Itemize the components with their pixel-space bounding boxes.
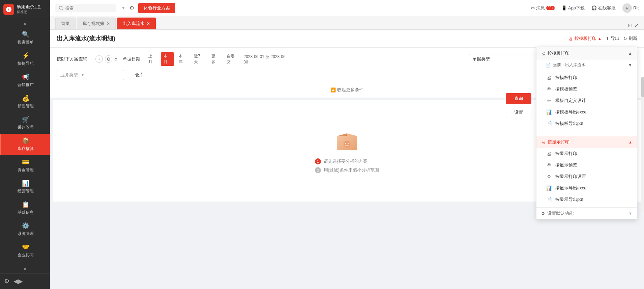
search-bar[interactable] bbox=[55, 4, 116, 12]
page-header: 出入库流水(流水明细) 🖨 按模板打印 ▲ ⬆ 导出 ↻ 刷新 bbox=[50, 30, 644, 48]
dropdown-section-2: 🖨 按显示打印 ▲ 🖨 按显示打印 👁 按显示预览 ⚙ 按显示打印设置 bbox=[536, 134, 637, 207]
search-icon bbox=[59, 6, 63, 10]
dropdown-item-display-pdf[interactable]: 📄 按显示导出pdf bbox=[536, 194, 637, 205]
inventory-icon: 📦 bbox=[22, 137, 29, 144]
settings-gear-icon[interactable]: ⚙ bbox=[129, 5, 134, 11]
scroll-down-indicator[interactable]: ▼ bbox=[0, 265, 50, 273]
dropdown-footer[interactable]: ⚙ 设置默认功能 ▼ bbox=[536, 207, 637, 219]
refresh-button[interactable]: ↻ 刷新 bbox=[623, 35, 637, 42]
scroll-up-arrow[interactable]: ▲ bbox=[23, 21, 27, 26]
dropdown-item-display-excel[interactable]: 📊 按显示导出excel bbox=[536, 182, 637, 194]
main-content: ▼ ⚙ 体验行业方案 ✉ 消息 99+ 📱 App下载 🎧 在线客服 R bbox=[50, 0, 644, 289]
display-pdf-icon: 📄 bbox=[546, 196, 552, 203]
tab-actions: ⊡ ⤢ bbox=[628, 23, 639, 29]
message-button[interactable]: ✉ 消息 99+ bbox=[531, 5, 555, 11]
dropdown-header: 🖨 按模板打印 ▲ bbox=[536, 47, 637, 60]
export-button[interactable]: ⬆ 导出 bbox=[606, 35, 619, 42]
sidebar-item-label: 系统管理 bbox=[18, 231, 34, 237]
dropdown-item-template-design[interactable]: ✏ 模板自定义设计 bbox=[536, 95, 637, 106]
dropdown-item-display-preview[interactable]: 👁 按显示预览 bbox=[536, 159, 637, 171]
collapse-more-button[interactable]: 🔼 收起更多条件 bbox=[330, 87, 363, 93]
maximize-icon[interactable]: ⤢ bbox=[635, 23, 639, 28]
sidebar-item-system[interactable]: ⚙️ 系统管理 bbox=[0, 219, 50, 240]
system-icon: ⚙️ bbox=[22, 222, 29, 230]
dropdown-item-display-print[interactable]: 🖨 按显示打印 bbox=[536, 148, 637, 159]
date-tab-last-month[interactable]: 上月 bbox=[146, 52, 159, 66]
sidebar-bottom: ⚙ ◀▶ bbox=[0, 273, 50, 289]
filter-collapse-icon[interactable]: « bbox=[114, 56, 117, 62]
search-input[interactable] bbox=[65, 6, 106, 10]
tab-home[interactable]: 首页 bbox=[55, 18, 76, 29]
display-settings-label: 按显示打印设置 bbox=[555, 174, 586, 180]
template-excel-item-label: 按模板导出excel bbox=[555, 109, 587, 115]
vertical-scrollbar[interactable] bbox=[641, 77, 644, 212]
dropdown-arrow-icon[interactable]: ▼ bbox=[121, 6, 125, 10]
dropdown-item-template-preview[interactable]: 👁 按模板预览 bbox=[536, 83, 637, 95]
display-excel-label: 按显示导出excel bbox=[555, 185, 587, 191]
topbar-icons: ▼ ⚙ bbox=[121, 5, 134, 11]
query-button[interactable]: 查询 bbox=[506, 93, 531, 104]
dropdown-item-template-print[interactable]: 🖨 按模板打印 bbox=[536, 72, 637, 83]
dropdown-footer-arrow: ▼ bbox=[628, 211, 632, 215]
filter-add-button[interactable]: ＋ bbox=[95, 55, 103, 63]
tab-flow-close[interactable]: ✕ bbox=[147, 21, 150, 26]
date-tab-7days[interactable]: 近7天 bbox=[191, 52, 207, 66]
collapse-sidebar-icon[interactable]: ◀▶ bbox=[13, 278, 23, 285]
sidebar-item-quick[interactable]: ⚡ 快捷导航 bbox=[0, 49, 50, 70]
empty-step-2: 2 用[过滤]条件来缩小分析范围 bbox=[315, 167, 379, 173]
empty-icon bbox=[330, 126, 364, 153]
scroll-up-indicator[interactable]: ▲ bbox=[0, 19, 50, 27]
dropdown-section-1: 🖨 按模板打印 👁 按模板预览 ✏ 模板自定义设计 📊 按模板导出excel 📄 bbox=[536, 70, 637, 131]
dropdown-current-arrow: ▼ bbox=[628, 63, 632, 68]
date-tab-more[interactable]: 更多 bbox=[209, 52, 222, 66]
dropdown-collapse-icon[interactable]: ▲ bbox=[628, 51, 632, 56]
app-download-button[interactable]: 📱 App下载 bbox=[561, 5, 585, 11]
message-label: 消息 bbox=[536, 5, 545, 11]
tab-batch-close[interactable]: ✕ bbox=[107, 21, 110, 26]
date-tab-this-month[interactable]: 本月 bbox=[161, 52, 174, 66]
set-button[interactable]: 设置 bbox=[506, 107, 531, 118]
industry-solution-button[interactable]: 体验行业方案 bbox=[138, 3, 175, 13]
filter-gear-button[interactable]: ⚙ bbox=[105, 55, 112, 63]
sidebar-item-purchase[interactable]: 🛒 采购管理 bbox=[0, 112, 50, 134]
dropdown-item-template-excel[interactable]: 📊 按模板导出excel bbox=[536, 106, 637, 118]
date-tab-custom[interactable]: 自定义 bbox=[224, 52, 241, 66]
business-type-select[interactable]: 业务类型 ▼ bbox=[57, 70, 124, 80]
sidebar-item-finance[interactable]: 💳 资金管理 bbox=[0, 155, 50, 176]
message-badge: 99+ bbox=[546, 6, 555, 10]
date-label: 单据日期 bbox=[123, 56, 143, 62]
sidebar-item-sales[interactable]: 💰 销售管理 bbox=[0, 91, 50, 112]
tab-flow[interactable]: 出入库流水 ✕ bbox=[117, 18, 156, 29]
scrollbar-thumb[interactable] bbox=[641, 77, 644, 97]
svg-point-0 bbox=[59, 6, 62, 9]
dropdown-title: 按模板打印 bbox=[548, 50, 569, 56]
marketing-icon: 📢 bbox=[22, 73, 29, 81]
date-tabs: 上月 本月 本年 近7天 更多 自定义 bbox=[146, 52, 241, 66]
dropdown-sub-header-display[interactable]: 🖨 按显示打印 ▲ bbox=[536, 136, 637, 148]
settings-icon[interactable]: ⚙ bbox=[4, 278, 9, 285]
sidebar-item-enterprise[interactable]: 🤝 企业协同 bbox=[0, 240, 50, 261]
date-tab-this-year[interactable]: 本年 bbox=[176, 52, 189, 66]
sidebar-item-inventory[interactable]: 📦 库存核算 bbox=[0, 134, 50, 155]
online-service-button[interactable]: 🎧 在线客服 bbox=[591, 5, 616, 11]
dropdown-item-template-pdf[interactable]: 📄 按模板导出pdf bbox=[536, 118, 637, 129]
filter-actions: ＋ ⚙ « bbox=[95, 55, 117, 63]
tab-batch[interactable]: 库存批次账 ✕ bbox=[77, 18, 116, 29]
dropdown-item-display-settings[interactable]: ⚙ 按显示打印设置 bbox=[536, 171, 637, 182]
app-logo: 畅捷通好生意 标准版 bbox=[0, 0, 50, 19]
scroll-down-arrow[interactable]: ▼ bbox=[23, 266, 27, 272]
template-design-item-label: 模板自定义设计 bbox=[555, 98, 586, 104]
sidebar-item-marketing[interactable]: 📢 营销推广 bbox=[0, 70, 50, 91]
user-profile[interactable]: R Rit bbox=[622, 3, 639, 13]
sidebar-item-basic[interactable]: 📋 基础信息 bbox=[0, 198, 50, 219]
template-print-button[interactable]: 🖨 按模板打印 ▲ bbox=[569, 35, 602, 42]
sidebar-item-search[interactable]: 🔍 搜索菜单 bbox=[0, 27, 50, 49]
tab-batch-label: 库存批次账 bbox=[83, 21, 105, 27]
display-excel-icon: 📊 bbox=[546, 185, 552, 191]
svg-marker-3 bbox=[337, 133, 347, 136]
restore-tab-icon[interactable]: ⊡ bbox=[628, 23, 632, 28]
query-action-area: 查询 设置 bbox=[506, 93, 531, 118]
sidebar-item-guide[interactable]: 🎓 新手引导 bbox=[0, 261, 50, 265]
sidebar-item-operations[interactable]: 📊 经营管理 bbox=[0, 176, 50, 198]
headset-icon: 🎧 bbox=[591, 5, 597, 10]
